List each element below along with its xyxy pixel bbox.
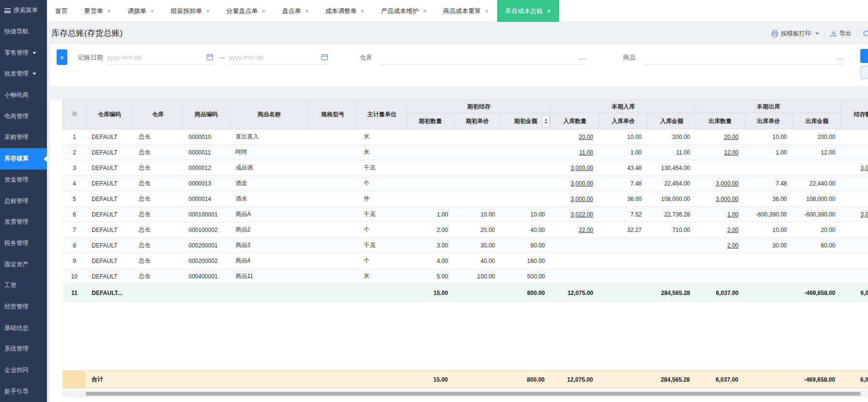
- date-to-input[interactable]: yyyy-mm-dd: [229, 50, 328, 65]
- date-from-input[interactable]: yyyy-mm-dd: [107, 50, 213, 65]
- col-header-out-amount[interactable]: 出库金额: [793, 113, 841, 129]
- col-header-product-code[interactable]: 商品编码: [183, 100, 230, 129]
- drilldown-link[interactable]: 20.00: [724, 134, 739, 140]
- table-row[interactable]: 4DEFAULT总仓0000013酒盒个3,000.007.4822,454.0…: [63, 176, 868, 191]
- sidebar-item-wholesale-mgmt[interactable]: 批发管理: [0, 63, 47, 85]
- refresh-button[interactable]: 刷新: [863, 30, 868, 38]
- horizontal-scrollbar-thumb[interactable]: [86, 392, 861, 396]
- table-row[interactable]: 1DEFAULT总仓0000010直出直入米20.0010.00200.0020…: [63, 129, 868, 145]
- query-button-clipped[interactable]: [860, 49, 868, 63]
- tab-partial-count-order[interactable]: 分量盘点单×: [218, 0, 274, 22]
- table-row[interactable]: 2DEFAULT总仓0000011呵呵米11.001.0011.0012.001…: [63, 145, 868, 160]
- col-header-in-amount[interactable]: 入库金额: [648, 113, 696, 129]
- close-icon[interactable]: ×: [485, 8, 488, 15]
- subtotal-row[interactable]: 11DEFAULT...15.00800.0012,075.00284,565.…: [63, 284, 868, 302]
- col-header-opening-qty[interactable]: 期初数量: [407, 113, 454, 129]
- table-row[interactable]: 10DEFAULT总仓000400001商品11米5.00100.00500.0…: [63, 269, 868, 284]
- sidebar-item-inventory-accounting[interactable]: 库存核算: [0, 148, 47, 170]
- sidebar-item-business-mgmt[interactable]: 经营管理: [0, 296, 47, 318]
- sidebar-item-quick-nav[interactable]: 快捷导航: [0, 21, 47, 43]
- drilldown-link[interactable]: 22.00: [579, 227, 593, 233]
- sidebar-item-general-ledger[interactable]: 总账管理: [0, 190, 47, 212]
- export-button[interactable]: 导出: [830, 30, 852, 38]
- tab-request-order[interactable]: 要货单×: [76, 0, 119, 22]
- print-by-template-button[interactable]: 按模板打印: [771, 30, 819, 38]
- expand-filter-button[interactable]: »: [57, 49, 67, 65]
- table-row[interactable]: 3DEFAULT总仓0000012成品酒千克3,000.0043.48130,4…: [63, 160, 868, 176]
- drilldown-link[interactable]: 3,000.00: [571, 196, 594, 202]
- col-header-in-price[interactable]: 入库单价: [599, 113, 648, 129]
- close-icon[interactable]: ×: [107, 8, 111, 15]
- table-row[interactable]: 7DEFAULT总仓000100002商品2个2.0020.0040.0022.…: [63, 222, 868, 238]
- warehouse-input[interactable]: ...: [381, 50, 586, 65]
- calendar-icon[interactable]: [321, 53, 328, 62]
- drilldown-link[interactable]: 1.00: [727, 211, 738, 218]
- sidebar-item-ecommerce-mgmt[interactable]: 电商管理: [0, 106, 47, 127]
- close-icon[interactable]: ×: [150, 8, 154, 15]
- sidebar-item-tax-mgmt[interactable]: 税务管理: [0, 233, 47, 254]
- close-icon[interactable]: ×: [361, 8, 365, 15]
- drilldown-link[interactable]: 3,0: [861, 165, 868, 171]
- col-header-balance[interactable]: 结存数量: [841, 100, 868, 129]
- close-icon[interactable]: ×: [305, 8, 309, 15]
- table-row[interactable]: 6DEFAULT总仓000100001商品A千克1.0010.0010.003,…: [63, 207, 868, 222]
- drilldown-link[interactable]: 3,022.00: [571, 211, 594, 218]
- sidebar-item-enterprise-collab[interactable]: 企业协同: [0, 360, 47, 381]
- col-header-warehouse-code[interactable]: 仓库编码: [86, 100, 133, 129]
- column-resize-spinner[interactable]: [542, 115, 549, 127]
- drilldown-link[interactable]: 3,000.00: [716, 196, 739, 202]
- table-row[interactable]: 8DEFAULT总仓000200001商品3千克3.0030.0090.002.…: [63, 238, 868, 253]
- col-header-warehouse[interactable]: 仓库: [133, 100, 183, 129]
- tab-product-cost-maintain[interactable]: 产品成本维护×: [373, 0, 435, 22]
- sidebar-item-fixed-assets[interactable]: 固定资产: [0, 254, 47, 275]
- drilldown-link[interactable]: 3,0: [861, 211, 868, 218]
- column-settings-header[interactable]: [63, 100, 86, 129]
- drilldown-link[interactable]: 3,000.00: [716, 180, 739, 187]
- calendar-icon[interactable]: [206, 53, 213, 62]
- tab-home[interactable]: 首页: [47, 0, 76, 22]
- sidebar-item-system-mgmt[interactable]: 系统管理: [0, 339, 47, 360]
- col-header-unit[interactable]: 主计量单位: [357, 100, 407, 129]
- product-input[interactable]: ...: [644, 50, 844, 65]
- close-icon[interactable]: ×: [423, 8, 426, 15]
- sidebar-item-funds-mgmt[interactable]: 资金管理: [0, 170, 47, 191]
- table-row[interactable]: 5DEFAULT总仓0000014酒水件3,000.0036.00108,000…: [63, 191, 868, 207]
- col-header-opening-amount[interactable]: 期初金额: [501, 113, 551, 129]
- drilldown-link[interactable]: 12.00: [724, 149, 739, 156]
- warehouse-picker-ellipsis[interactable]: ...: [579, 54, 586, 61]
- tab-inventory-cost-ledger[interactable]: 库存成本总账×: [497, 0, 559, 22]
- tab-cost-adjust-order[interactable]: 成本调整单×: [317, 0, 373, 22]
- close-icon[interactable]: ×: [547, 8, 551, 15]
- sidebar-item-invoice-mgmt[interactable]: 发票管理: [0, 212, 47, 233]
- sidebar-item-purchase-mgmt[interactable]: 采购管理: [0, 127, 47, 148]
- sidebar-item-retail-mgmt[interactable]: 零售管理: [0, 42, 47, 63]
- drilldown-link[interactable]: 2.00: [727, 227, 738, 233]
- product-picker-ellipsis[interactable]: ...: [837, 54, 844, 61]
- drilldown-link[interactable]: 20.00: [579, 134, 593, 140]
- tab-count-order[interactable]: 盘点单×: [274, 0, 317, 22]
- sidebar-item-newbie-guide[interactable]: 新手引导: [0, 381, 47, 402]
- col-header-in-qty[interactable]: 入库数量: [551, 113, 599, 129]
- drilldown-link[interactable]: 11.00: [579, 149, 593, 156]
- tab-goods-cost-recalc[interactable]: 商品成本重算×: [435, 0, 497, 22]
- col-header-out-price[interactable]: 出库单价: [745, 113, 793, 129]
- sidebar-item-xiaochang-ecommerce[interactable]: 小畅电商: [0, 85, 47, 106]
- close-icon[interactable]: ×: [262, 8, 266, 15]
- tab-assembly-order[interactable]: 组装拆卸单×: [162, 0, 218, 22]
- drilldown-link[interactable]: 3,000.00: [571, 180, 594, 187]
- grand-total-row[interactable]: 合计15.00800.0012,075.00284,565.286,037.00…: [62, 371, 868, 388]
- sidebar-item-search-menu[interactable]: 搜索菜单: [0, 0, 47, 21]
- col-header-opening-price[interactable]: 期初单价: [454, 113, 501, 129]
- sidebar-item-basic-info[interactable]: 基础信息: [0, 317, 47, 339]
- col-header-out-qty[interactable]: 出库数量: [696, 113, 745, 129]
- close-icon[interactable]: ×: [206, 8, 210, 15]
- drilldown-link[interactable]: 3,000.00: [571, 165, 594, 171]
- tab-transfer-order[interactable]: 调拨单×: [119, 0, 162, 22]
- table-row[interactable]: 9DEFAULT总仓000200002商品4个4.0040.00160.00: [63, 253, 868, 269]
- col-header-product-name[interactable]: 商品名称: [230, 100, 309, 129]
- sidebar-item-payroll[interactable]: 工资: [0, 275, 47, 296]
- col-header-spec[interactable]: 规格型号: [309, 100, 357, 129]
- drilldown-link[interactable]: 2.00: [727, 242, 738, 249]
- cell-out-qty: 3,000.00: [696, 191, 745, 207]
- secondary-button-clipped[interactable]: [860, 66, 868, 79]
